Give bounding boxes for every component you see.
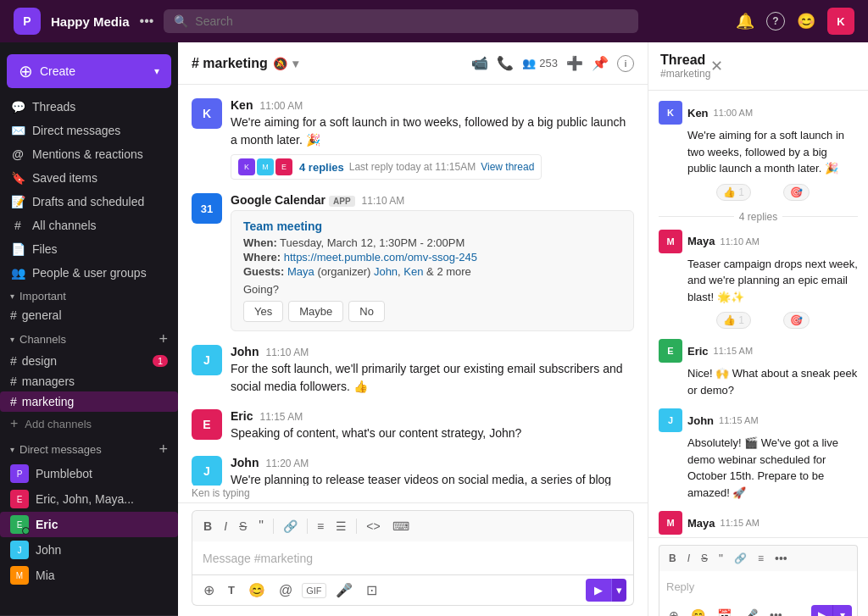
- dm-pumblebot[interactable]: P Pumblebot: [0, 461, 178, 486]
- thread-input-footer: ⊕ 😊 📅 🎤 ••• ▶ ▾: [659, 602, 858, 616]
- sidebar-item-files[interactable]: 📄 Files: [0, 237, 178, 261]
- thread-quote-button[interactable]: ": [715, 549, 727, 568]
- thread-add-button[interactable]: ⊕: [665, 606, 683, 616]
- files-icon: 📄: [10, 241, 25, 257]
- member-count[interactable]: 👥 253: [522, 57, 558, 69]
- thread-bold-button[interactable]: B: [665, 550, 681, 567]
- help-icon[interactable]: ?: [766, 12, 785, 31]
- reply-time: Last reply today at 11:15AM: [349, 161, 476, 173]
- chevron-channel-icon[interactable]: ▾: [292, 57, 298, 70]
- send-button[interactable]: ▶: [586, 579, 611, 602]
- reaction-target-maya[interactable]: 🎯: [783, 312, 810, 329]
- bold-button[interactable]: B: [199, 517, 216, 536]
- reply-avatar-2: M: [257, 158, 274, 175]
- thread-more-button[interactable]: •••: [771, 549, 792, 568]
- phone-icon[interactable]: 📞: [497, 55, 514, 71]
- channel-design[interactable]: # design ••• 1: [0, 351, 178, 371]
- sidebar-item-drafts[interactable]: 📝 Drafts and scheduled: [0, 190, 178, 214]
- sidebar-item-people[interactable]: 👥 People & user groups: [0, 261, 178, 285]
- dm-john[interactable]: J John: [0, 537, 178, 563]
- thread-strike-button[interactable]: S: [697, 550, 712, 567]
- code-button[interactable]: <>: [362, 517, 384, 536]
- workspace-dots-icon[interactable]: •••: [140, 14, 154, 29]
- emoji-button[interactable]: 😊: [244, 580, 270, 601]
- members-icon: 👥: [522, 57, 536, 69]
- sidebar-item-all-channels[interactable]: # All channels: [0, 214, 178, 237]
- message-eric: E Eric 11:15 AM Speaking of content, wha…: [192, 409, 634, 442]
- channel-managers[interactable]: # managers: [0, 371, 178, 391]
- add-attachment-button[interactable]: ⊕: [199, 580, 219, 601]
- thread-send-options-button[interactable]: ▾: [832, 605, 852, 616]
- strike-button[interactable]: S: [235, 517, 251, 536]
- bell-icon[interactable]: 🔔: [736, 12, 754, 31]
- ordered-list-button[interactable]: ≡: [313, 517, 328, 536]
- emoji-icon[interactable]: 😊: [797, 12, 815, 31]
- thread-italic-button[interactable]: I: [683, 550, 694, 567]
- view-thread-link[interactable]: View thread: [481, 161, 534, 173]
- reaction-target-ken[interactable]: 🎯: [783, 184, 810, 201]
- thread-reply-john: J John 11:15 AM Absolutely! 🎬 We've got …: [659, 408, 858, 501]
- search-icon: 🔍: [174, 14, 188, 28]
- gcal-link[interactable]: https://meet.pumble.com/omv-ssog-245: [284, 251, 477, 264]
- drafts-icon: 📝: [10, 194, 25, 209]
- text-button[interactable]: T: [224, 581, 239, 599]
- channel-general[interactable]: # general: [0, 305, 178, 325]
- channel-title: # marketing 🔕 ▾: [192, 56, 298, 71]
- gcal-maybe-button[interactable]: Maybe: [288, 301, 343, 322]
- dm-mia[interactable]: M Mia: [0, 563, 178, 588]
- thread-link-button[interactable]: 🔗: [730, 550, 751, 567]
- audio-button[interactable]: 🎤: [331, 580, 357, 601]
- channels-section[interactable]: ▾ Channels +: [0, 325, 178, 351]
- thread-reply-input[interactable]: [659, 571, 858, 602]
- thread-options-button[interactable]: •••: [765, 606, 787, 616]
- sidebar-item-mentions[interactable]: @ Mentions & reactions: [0, 142, 178, 166]
- link-button[interactable]: 🔗: [279, 517, 302, 536]
- important-section[interactable]: ▾ Important: [0, 285, 178, 305]
- thread-close-button[interactable]: ✕: [710, 57, 723, 75]
- message-john-2: J John 11:20 AM We're planning to releas…: [192, 456, 634, 486]
- thread-calendar-button[interactable]: 📅: [713, 606, 736, 616]
- unordered-list-button[interactable]: ☰: [331, 517, 351, 536]
- gcal-no-button[interactable]: No: [348, 301, 385, 322]
- thread-emoji-button[interactable]: 😊: [687, 606, 709, 616]
- thread-send-button[interactable]: ▶: [811, 605, 832, 616]
- code-block-button[interactable]: ⌨: [388, 517, 414, 536]
- add-channel-icon[interactable]: +: [159, 330, 168, 348]
- msg-time-eric: 11:15 AM: [259, 411, 303, 423]
- reaction-thumbsup-ken[interactable]: 👍 1: [716, 184, 751, 201]
- add-dm-icon[interactable]: +: [159, 441, 168, 458]
- video-icon[interactable]: 📹: [471, 55, 488, 71]
- gcal-yes-button[interactable]: Yes: [243, 301, 283, 322]
- pin-icon[interactable]: 📌: [592, 55, 609, 71]
- replies-bar-ken[interactable]: K M E 4 replies Last reply today at 11:1…: [231, 154, 542, 180]
- thread-list-button[interactable]: ≡: [754, 550, 768, 567]
- channel-marketing[interactable]: # marketing: [0, 391, 178, 412]
- add-channels-item[interactable]: + Add channels: [0, 412, 178, 436]
- thread-author-maya: Maya: [687, 235, 715, 247]
- quote-button[interactable]: ": [254, 516, 268, 536]
- msg-time-john-2: 11:20 AM: [265, 458, 309, 469]
- sidebar-item-saved[interactable]: 🔖 Saved items: [0, 166, 178, 190]
- sidebar-item-direct-messages[interactable]: ✉️ Direct messages: [0, 119, 178, 142]
- more-button[interactable]: ⊡: [362, 580, 381, 601]
- reaction-thumbsup-maya[interactable]: 👍 1: [716, 312, 751, 329]
- search-input[interactable]: [195, 14, 628, 28]
- sidebar-item-threads[interactable]: 💬 Threads: [0, 95, 178, 119]
- message-input[interactable]: [192, 541, 634, 575]
- thread-audio-button[interactable]: 🎤: [739, 606, 762, 616]
- send-options-button[interactable]: ▾: [611, 579, 626, 602]
- mention-button[interactable]: @: [275, 580, 297, 601]
- create-button[interactable]: ⊕ Important Create ▾: [7, 54, 171, 88]
- dm-eric[interactable]: E Eric: [0, 512, 178, 537]
- replies-count: 4 replies: [299, 161, 344, 174]
- user-avatar[interactable]: K: [827, 8, 854, 35]
- dm-section[interactable]: ▾ Direct messages +: [0, 436, 178, 461]
- dm-group[interactable]: E Eric, John, Maya...: [0, 486, 178, 512]
- notification-icon[interactable]: 🔕: [273, 57, 287, 70]
- gif-button[interactable]: GIF: [302, 583, 326, 598]
- add-member-icon[interactable]: ➕: [566, 55, 583, 71]
- toolbar-sep-1: [273, 519, 274, 534]
- search-bar[interactable]: 🔍: [164, 9, 638, 33]
- italic-button[interactable]: I: [220, 517, 231, 536]
- info-icon[interactable]: i: [617, 55, 634, 72]
